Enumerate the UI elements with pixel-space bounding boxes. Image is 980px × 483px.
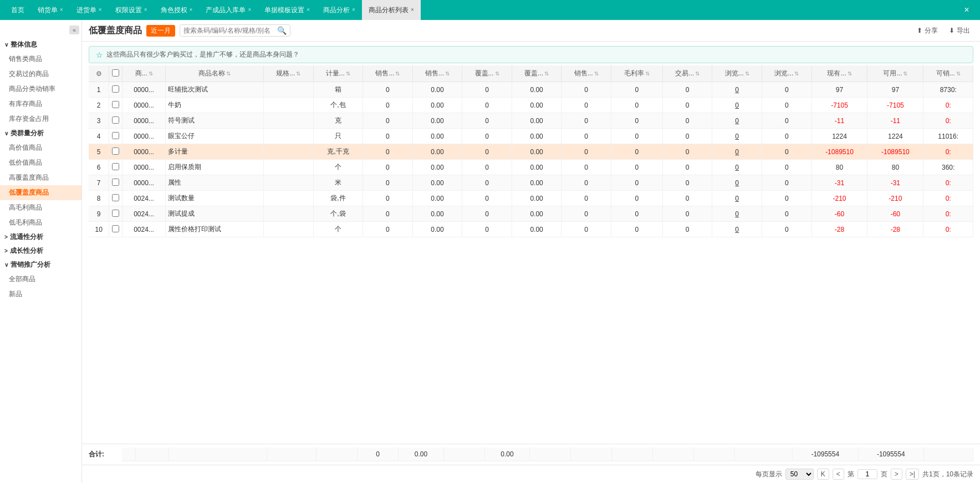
prev-page-button[interactable]: <: [833, 469, 844, 480]
section-marketing[interactable]: ∨ 营销推广分析: [0, 258, 81, 272]
sidebar-item-all-goods[interactable]: 全部商品: [0, 272, 81, 287]
row-checkbox[interactable]: [112, 85, 119, 93]
row-checkbox[interactable]: [112, 194, 119, 201]
nav-home[interactable]: 首页: [4, 0, 31, 20]
row-index: 9: [89, 206, 109, 222]
row-checkbox-cell[interactable]: [109, 129, 122, 144]
nav-sales[interactable]: 销货单 ×: [31, 0, 70, 20]
col-sales-amt[interactable]: 销售...⇅: [412, 65, 462, 82]
row-browse1[interactable]: 0: [712, 175, 762, 191]
first-page-button[interactable]: K: [817, 469, 829, 480]
row-checkbox[interactable]: [112, 179, 119, 186]
col-unit[interactable]: 计量...⇅: [313, 65, 363, 82]
col-spec[interactable]: 规格...⇅: [264, 65, 314, 82]
row-sales2: 0: [562, 175, 611, 191]
nav-goods-analysis[interactable]: 商品分析 ×: [317, 0, 362, 20]
row-checkbox-cell[interactable]: [109, 206, 122, 222]
nav-product-entry[interactable]: 产成品入库单 ×: [199, 0, 258, 20]
row-browse1[interactable]: 0: [712, 82, 762, 98]
row-checkbox[interactable]: [112, 163, 119, 170]
col-checkbox[interactable]: [109, 65, 122, 82]
row-checkbox[interactable]: [112, 116, 119, 124]
sidebar-item-low-value[interactable]: 低价值商品: [0, 155, 81, 170]
row-checkbox-cell[interactable]: [109, 82, 122, 98]
sidebar-collapse-button[interactable]: «: [69, 26, 79, 34]
col-sales-qty[interactable]: 销售...⇅: [363, 65, 413, 82]
sidebar-item-low-margin[interactable]: 低毛利商品: [0, 215, 81, 230]
nav-template[interactable]: 单据模板设置 ×: [258, 0, 317, 20]
row-browse1[interactable]: 0: [712, 206, 762, 222]
col-name[interactable]: 商品名称⇅: [165, 65, 263, 82]
sidebar-item-high-value[interactable]: 高价值商品: [0, 140, 81, 155]
nav-purchase[interactable]: 进货单 ×: [70, 0, 109, 20]
col-sales2[interactable]: 销售...⇅: [562, 65, 611, 82]
nav-goods-analysis-list[interactable]: 商品分析列表 ×: [362, 0, 421, 20]
row-checkbox-cell[interactable]: [109, 113, 122, 129]
row-checkbox-cell[interactable]: [109, 175, 122, 191]
row-checkbox[interactable]: [112, 210, 119, 217]
page-size-select[interactable]: 50 10 20 100: [785, 469, 814, 480]
row-checkbox-cell[interactable]: [109, 191, 122, 206]
search-icon[interactable]: 🔍: [277, 26, 287, 35]
row-checkbox-cell[interactable]: [109, 222, 122, 237]
row-checkbox[interactable]: [112, 101, 119, 108]
select-all-checkbox[interactable]: [112, 69, 119, 77]
section-overall-info[interactable]: ∨ 整体信息: [0, 38, 81, 52]
next-page-button[interactable]: >: [891, 469, 902, 480]
row-browse1[interactable]: 0: [712, 129, 762, 144]
col-code[interactable]: 商...⇅: [122, 65, 165, 82]
nav-role[interactable]: 角色授权 ×: [154, 0, 200, 20]
sidebar-item-new-goods[interactable]: 新品: [0, 287, 81, 302]
window-close-button[interactable]: ×: [958, 0, 976, 20]
search-input[interactable]: [183, 27, 277, 34]
nav-purchase-close[interactable]: ×: [99, 0, 102, 20]
section-cluster-analysis[interactable]: ∨ 类群量分析: [0, 126, 81, 140]
row-checkbox-cell[interactable]: [109, 144, 122, 160]
col-gross-rate[interactable]: 毛利率⇅: [611, 65, 662, 82]
sidebar-item-traded-goods[interactable]: 交易过的商品: [0, 67, 81, 82]
row-browse1[interactable]: 0: [712, 98, 762, 113]
sidebar-item-low-coverage[interactable]: 低覆盖度商品: [0, 185, 81, 200]
section-circulation[interactable]: > 流通性分析: [0, 230, 81, 244]
sidebar-item-sales-goods[interactable]: 销售类商品: [0, 52, 81, 67]
row-browse1[interactable]: 0: [712, 222, 762, 237]
time-filter-button[interactable]: 近一月: [146, 25, 175, 37]
sidebar-item-in-stock[interactable]: 有库存商品: [0, 96, 81, 111]
nav-permission-close[interactable]: ×: [144, 0, 147, 20]
row-code: 0000...: [122, 98, 165, 113]
row-checkbox-cell[interactable]: [109, 160, 122, 175]
row-browse1[interactable]: 0: [712, 160, 762, 175]
col-browse1[interactable]: 浏览...⇅: [712, 65, 762, 82]
col-available[interactable]: 可用...⇅: [867, 65, 923, 82]
col-saleable[interactable]: 可销...⇅: [923, 65, 973, 82]
nav-sales-close[interactable]: ×: [60, 0, 63, 20]
sidebar-item-high-margin[interactable]: 高毛利商品: [0, 200, 81, 215]
export-button[interactable]: ⬇ 导出: [946, 25, 973, 37]
row-checkbox[interactable]: [112, 225, 119, 232]
nav-product-close[interactable]: ×: [248, 0, 251, 20]
sidebar-item-category-rate[interactable]: 商品分类动销率: [0, 82, 81, 96]
sidebar-item-stock-capital[interactable]: 库存资金占用: [0, 111, 81, 126]
row-browse1[interactable]: 0: [712, 113, 762, 129]
nav-goods-analysis-close[interactable]: ×: [352, 0, 355, 20]
row-browse1[interactable]: 0: [712, 144, 762, 160]
col-trade[interactable]: 交易...⇅: [662, 65, 712, 82]
col-cover1[interactable]: 覆盖...⇅: [462, 65, 512, 82]
share-button[interactable]: ⬆ 分享: [913, 25, 941, 37]
row-checkbox-cell[interactable]: [109, 98, 122, 113]
row-browse1[interactable]: 0: [712, 191, 762, 206]
row-checkbox[interactable]: [112, 132, 119, 139]
nav-permission[interactable]: 权限设置 ×: [109, 0, 154, 20]
col-current[interactable]: 现有...⇅: [811, 65, 867, 82]
section-growth[interactable]: > 成长性分析: [0, 244, 81, 258]
nav-role-close[interactable]: ×: [190, 0, 193, 20]
last-page-button[interactable]: >|: [906, 469, 919, 480]
col-cover2[interactable]: 覆盖...⇅: [512, 65, 562, 82]
nav-template-close[interactable]: ×: [307, 0, 310, 20]
col-browse2[interactable]: 浏览...⇅: [762, 65, 811, 82]
page-number-input[interactable]: [858, 469, 877, 479]
row-checkbox[interactable]: [112, 148, 119, 155]
sidebar-item-high-coverage[interactable]: 高覆盖度商品: [0, 170, 81, 185]
nav-goods-list-close[interactable]: ×: [411, 0, 414, 20]
col-settings[interactable]: ⚙: [89, 65, 109, 82]
